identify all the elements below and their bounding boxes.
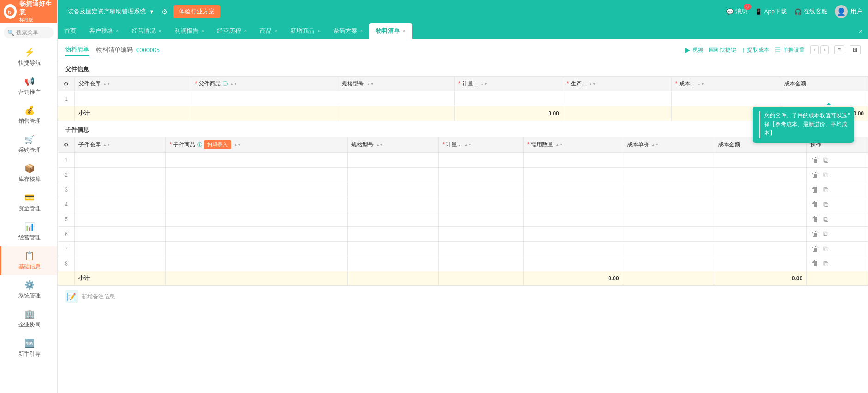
online-service-action[interactable]: 🎧 在线客服 <box>794 7 827 16</box>
cell-spec[interactable] <box>348 168 439 182</box>
cell-unit[interactable] <box>439 197 524 212</box>
cell-warehouse[interactable] <box>75 212 166 227</box>
user-area[interactable]: 👤 用户 <box>835 5 862 18</box>
cell-cost[interactable] <box>671 91 780 106</box>
next-btn[interactable]: › <box>820 45 829 54</box>
sidebar-item-marketing[interactable]: 📢 营销推广 <box>0 72 57 101</box>
shortcut-action[interactable]: ⌨ 快捷键 <box>709 46 736 54</box>
cell-warehouse[interactable] <box>75 91 191 106</box>
cell-unit[interactable] <box>439 182 524 197</box>
sidebar-item-guide[interactable]: 🆕 新手引导 <box>0 333 57 363</box>
copy-btn[interactable]: ⧉ <box>822 171 829 179</box>
cell-warehouse[interactable] <box>75 168 166 182</box>
cell-product[interactable] <box>191 91 338 106</box>
delete-btn[interactable]: 🗑 <box>810 171 820 179</box>
sidebar-item-quick[interactable]: ⚡ 快捷导航 <box>0 42 57 72</box>
cell-spec[interactable] <box>348 212 439 227</box>
app-download-action[interactable]: 📱 App下载 <box>755 7 787 16</box>
experience-button[interactable]: 体验行业方案 <box>173 5 220 18</box>
tab-operation-status[interactable]: 经营情况 × <box>125 23 168 39</box>
cell-spec[interactable] <box>348 182 439 197</box>
tab-close-all[interactable]: × <box>853 24 868 39</box>
sort-arrows[interactable]: ▲▼ <box>697 82 705 86</box>
delete-btn[interactable]: 🗑 <box>810 230 820 238</box>
cell-unit[interactable] <box>439 168 524 182</box>
cell-quantity[interactable] <box>524 227 623 242</box>
sidebar-item-purchase[interactable]: 🛒 采购管理 <box>0 130 57 159</box>
sort-arrows[interactable]: ▲▼ <box>651 143 659 147</box>
tooltip-close-btn[interactable]: × <box>847 109 850 119</box>
sort-arrows[interactable]: ▲▼ <box>589 82 596 86</box>
copy-btn[interactable]: ⧉ <box>822 230 829 238</box>
cell-unit-price[interactable] <box>623 227 714 242</box>
close-icon[interactable]: × <box>275 28 277 34</box>
cell-unit[interactable] <box>439 242 524 256</box>
cell-spec[interactable] <box>348 242 439 256</box>
cell-spec[interactable] <box>348 197 439 212</box>
cell-product[interactable] <box>166 212 348 227</box>
tab-profit[interactable]: 利润报告 × <box>168 23 211 39</box>
prev-btn[interactable]: ‹ <box>810 45 819 54</box>
cell-warehouse[interactable] <box>75 197 166 212</box>
sub-tab-bom-list[interactable]: 物料清单 <box>65 43 89 56</box>
cell-unit-price[interactable] <box>623 168 714 182</box>
sort-arrows[interactable]: ▲▼ <box>480 82 488 86</box>
sidebar-item-finance[interactable]: 💳 资金管理 <box>0 188 57 217</box>
close-icon[interactable]: × <box>201 28 204 34</box>
close-icon[interactable]: × <box>244 28 247 34</box>
sidebar-item-operation[interactable]: 📊 经营管理 <box>0 217 57 246</box>
copy-btn[interactable]: ⧉ <box>822 245 829 253</box>
cell-unit-price[interactable] <box>623 197 714 212</box>
child-col-settings[interactable]: ⚙ <box>58 137 75 153</box>
cell-product[interactable] <box>166 242 348 256</box>
cell-warehouse[interactable] <box>75 153 166 168</box>
scan-button[interactable]: 扫码录入 <box>204 140 231 149</box>
delete-btn[interactable]: 🗑 <box>810 200 820 209</box>
cell-product[interactable] <box>166 197 348 212</box>
close-icon[interactable]: × <box>116 28 119 34</box>
copy-btn[interactable]: ⧉ <box>822 186 829 194</box>
cell-unit[interactable] <box>454 91 563 106</box>
tab-home[interactable]: 首页 <box>58 23 83 39</box>
cell-quantity[interactable] <box>524 212 623 227</box>
cell-unit-price[interactable] <box>623 242 714 256</box>
cell-product[interactable] <box>166 227 348 242</box>
close-icon[interactable]: × <box>317 28 320 34</box>
message-action[interactable]: 💬 消息 6 <box>726 7 747 16</box>
tab-product[interactable]: 商品 × <box>253 23 284 39</box>
sort-arrows[interactable]: ▲▼ <box>230 82 237 86</box>
sidebar-item-enterprise[interactable]: 🏢 企业协同 <box>0 304 57 333</box>
cell-unit-price[interactable] <box>623 153 714 168</box>
cell-unit[interactable] <box>439 212 524 227</box>
cell-spec[interactable] <box>348 153 439 168</box>
cell-product[interactable] <box>166 168 348 182</box>
delete-btn[interactable]: 🗑 <box>810 260 820 268</box>
close-icon[interactable]: × <box>360 28 363 34</box>
cell-unit[interactable] <box>439 153 524 168</box>
delete-btn[interactable]: 🗑 <box>810 245 820 253</box>
cell-quantity[interactable] <box>524 242 623 256</box>
cell-unit[interactable] <box>439 227 524 242</box>
cell-production[interactable] <box>563 91 671 106</box>
cell-spec[interactable] <box>348 256 439 271</box>
grid-view-btn[interactable]: ≡ <box>834 45 844 54</box>
cell-product[interactable] <box>166 256 348 271</box>
copy-btn[interactable]: ⧉ <box>822 200 829 209</box>
cell-warehouse[interactable] <box>75 227 166 242</box>
cell-warehouse[interactable] <box>75 256 166 271</box>
cell-product[interactable] <box>166 153 348 168</box>
table-view-btn[interactable]: ⊞ <box>850 45 861 54</box>
cell-spec[interactable] <box>348 227 439 242</box>
sidebar-item-system[interactable]: ⚙️ 系统管理 <box>0 275 57 304</box>
copy-btn[interactable]: ⧉ <box>822 260 829 268</box>
add-remark-label[interactable]: 新增备注信息 <box>82 293 115 301</box>
cell-spec[interactable] <box>338 91 454 106</box>
sort-arrows[interactable]: ▲▼ <box>234 143 241 147</box>
tab-bom[interactable]: 物料清单 × <box>369 23 412 39</box>
single-setting-action[interactable]: ☰ 单据设置 <box>775 46 805 54</box>
settings-button[interactable]: ⚙ <box>159 6 169 18</box>
cell-quantity[interactable] <box>524 168 623 182</box>
copy-btn[interactable]: ⧉ <box>822 215 829 224</box>
cell-unit[interactable] <box>439 256 524 271</box>
video-action[interactable]: ▶ 视频 <box>685 46 703 54</box>
